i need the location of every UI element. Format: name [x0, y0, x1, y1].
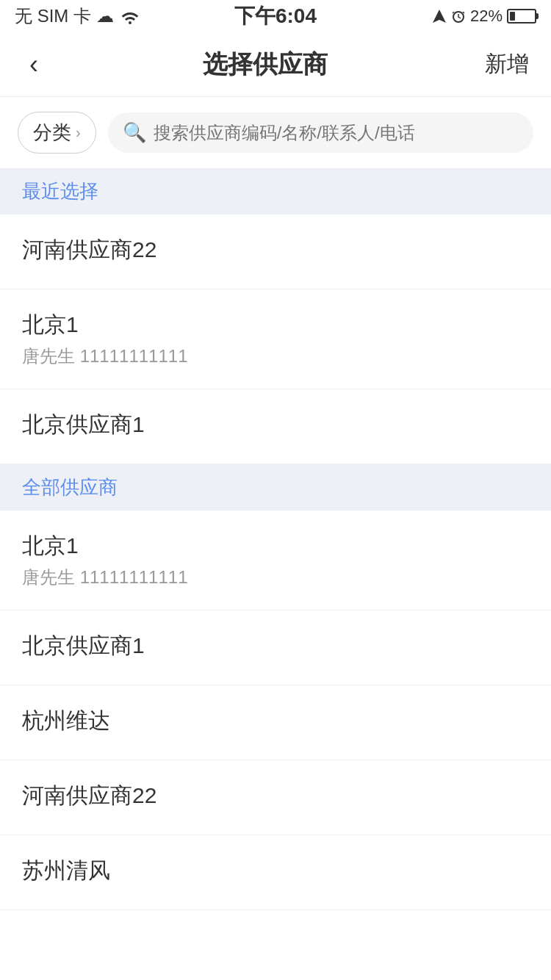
chevron-right-icon: ›: [76, 124, 81, 141]
wifi-icon: [120, 8, 140, 24]
recent-section-header: 最近选择: [0, 168, 551, 215]
item-name: 北京供应商1: [22, 410, 529, 440]
item-name: 苏州清风: [22, 856, 529, 886]
search-box: 🔍: [108, 112, 533, 153]
category-label: 分类: [33, 120, 71, 145]
recent-items-list: 河南供应商22北京1唐先生 11111111111北京供应商1: [0, 215, 551, 464]
status-right: 22%: [432, 7, 536, 26]
list-item[interactable]: 北京供应商1: [0, 610, 551, 685]
item-name: 北京1: [22, 531, 529, 561]
list-item[interactable]: 北京1唐先生 11111111111: [0, 289, 551, 389]
item-sub: 唐先生 11111111111: [22, 345, 529, 368]
nav-bar: ‹ 选择供应商 新增: [0, 32, 551, 97]
recent-section-label: 最近选择: [22, 180, 98, 202]
item-name: 河南供应商22: [22, 235, 529, 265]
alarm-icon: [451, 9, 466, 24]
all-section-label: 全部供应商: [22, 476, 118, 498]
item-name: 河南供应商22: [22, 781, 529, 811]
status-bar: 无 SIM 卡 ☁ 下午6:04 22%: [0, 0, 551, 32]
sim-label: 无 SIM 卡 ☁: [15, 4, 114, 28]
list-item[interactable]: 河南供应商22: [0, 760, 551, 835]
item-name: 北京供应商1: [22, 631, 529, 661]
status-time: 下午6:04: [234, 2, 317, 30]
search-input[interactable]: [154, 123, 519, 143]
category-button[interactable]: 分类 ›: [18, 112, 96, 154]
page-title: 选择供应商: [203, 48, 328, 82]
list-item[interactable]: 苏州清风: [0, 835, 551, 910]
list-item[interactable]: 北京供应商1: [0, 389, 551, 464]
item-sub: 唐先生 11111111111: [22, 566, 529, 589]
location-icon: [432, 9, 447, 24]
list-item[interactable]: 杭州维达: [0, 685, 551, 760]
item-name: 杭州维达: [22, 706, 529, 736]
add-button[interactable]: 新增: [485, 49, 529, 79]
search-area: 分类 › 🔍: [0, 97, 551, 168]
battery-icon: [507, 9, 536, 24]
back-button[interactable]: ‹: [22, 42, 46, 87]
list-item[interactable]: 北京1唐先生 11111111111: [0, 511, 551, 610]
item-name: 北京1: [22, 310, 529, 340]
search-icon: 🔍: [123, 121, 146, 144]
status-left: 无 SIM 卡 ☁: [15, 4, 140, 28]
battery-percent: 22%: [470, 7, 503, 26]
all-section-header: 全部供应商: [0, 464, 551, 511]
list-item[interactable]: 河南供应商22: [0, 215, 551, 289]
all-items-list: 北京1唐先生 11111111111北京供应商1杭州维达河南供应商22苏州清风: [0, 511, 551, 910]
